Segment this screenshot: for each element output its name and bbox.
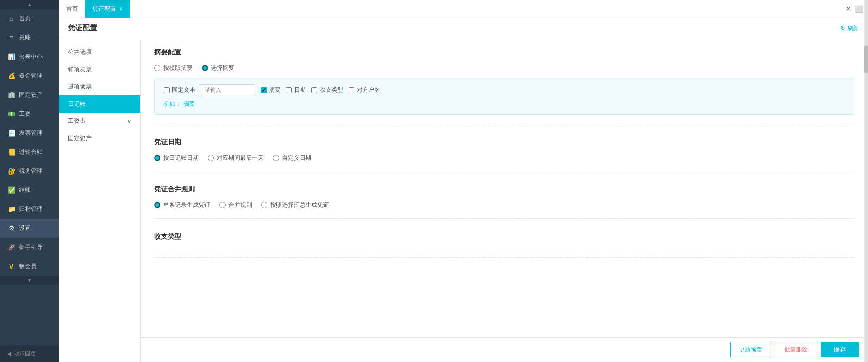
fixed-assets-icon: 🏢 [7,91,15,98]
checkbox-fixed-text[interactable]: 固定文本 [164,86,195,94]
batch-delete-button[interactable]: 批量删除 [776,342,816,357]
summary-radio-select-label: 选择摘要 [211,64,234,72]
sidebar-item-invoice-management[interactable]: 🧾 发票管理 [0,123,59,142]
sidebar-item-purchase-sales[interactable]: 📒 进销台账 [0,142,59,161]
tax-icon: 🔐 [7,167,15,175]
sidebar-label-checkout: 结账 [19,186,31,194]
tab-bar: 首页 凭证配置 ✕ ✕ ⬜ [59,0,868,18]
sidebar-item-report-center[interactable]: 📊 报表中心 [0,47,59,66]
left-nav-public-options[interactable]: 公共选项 [59,44,140,61]
voucher-date-radio-last-day-input[interactable] [208,155,214,161]
update-preview-label: 更新预置 [739,346,762,353]
close-window-icon[interactable]: ✕ [845,5,851,13]
summary-radio-select[interactable]: 选择摘要 [202,64,234,72]
sidebar-item-fund-management[interactable]: 💰 资金管理 [0,66,59,85]
sidebar-unpin-button[interactable]: ◀ 取消固定 [0,345,59,362]
page-title: 凭证配置 [68,24,97,33]
checkbox-income-type[interactable]: 收支类型 [311,86,343,94]
checkbox-summary[interactable]: 摘要 [261,86,281,94]
pin-icon: ◀ [7,351,11,357]
merge-radio-single-input[interactable] [154,202,160,208]
checkbox-counterparty-input[interactable] [349,87,354,93]
left-nav-payroll[interactable]: 工资表 ∨ [59,113,140,130]
fixed-text-input[interactable] [201,84,255,95]
sidebar-item-vip[interactable]: V 畅会员 [0,257,59,276]
scrollbar-thumb[interactable] [864,45,868,73]
checkbox-income-type-input[interactable] [311,87,317,93]
sidebar-label-purchase-sales: 进销台账 [19,148,43,156]
home-icon: ⌂ [7,15,15,22]
sidebar-scroll-down[interactable]: ▼ [0,276,59,285]
summary-radio-template-input[interactable] [154,65,160,71]
voucher-date-radio-last-day[interactable]: 对应期间最后一天 [208,154,264,162]
left-nav-label-sales-invoice: 销项发票 [68,65,92,73]
report-center-icon: 📊 [7,53,15,60]
voucher-date-radio-journal-input[interactable] [154,155,160,161]
sidebar-item-checkout[interactable]: ✅ 结账 [0,181,59,200]
summary-radio-select-input[interactable] [202,65,208,71]
sidebar-item-home[interactable]: ⌂ 首页 [0,9,59,28]
voucher-date-radio-custom-input[interactable] [273,155,279,161]
sidebar-item-tax-management[interactable]: 🔐 税务管理 [0,161,59,181]
refresh-icon: ↻ [840,25,845,32]
checkbox-counterparty-label: 对方户名 [357,86,380,94]
checkbox-counterparty[interactable]: 对方户名 [349,86,380,94]
salary-icon: 💵 [7,110,15,117]
checkbox-summary-input[interactable] [261,87,267,93]
sidebar-item-salary[interactable]: 💵 工资 [0,104,59,123]
refresh-label: 刷新 [847,24,859,33]
sidebar-label-report-center: 报表中心 [19,53,43,61]
purchase-sales-icon: 📒 [7,148,15,156]
sidebar-label-fund-management: 资金管理 [19,72,43,80]
refresh-button[interactable]: ↻ 刷新 [840,24,859,33]
merge-radio-merge[interactable]: 合并规则 [219,201,252,209]
merge-radio-merge-label: 合并规则 [228,201,252,209]
voucher-date-radio-custom[interactable]: 自定义日期 [273,154,311,162]
sidebar-item-archive[interactable]: 📁 归档管理 [0,200,59,219]
left-nav-sales-invoice[interactable]: 销项发票 [59,61,140,78]
tab-voucher-config[interactable]: 凭证配置 ✕ [85,0,130,18]
checkbox-date[interactable]: 日期 [286,86,306,94]
summary-radio-template[interactable]: 按模版摘要 [154,64,193,72]
sidebar-item-newbie[interactable]: 🚀 新手引导 [0,238,59,257]
sidebar-item-settings[interactable]: ⚙ 设置 [0,219,59,238]
checkbox-fixed-text-input[interactable] [164,87,170,93]
merge-radio-merge-input[interactable] [219,202,226,208]
merge-radio-single[interactable]: 单条记录生成凭证 [154,201,210,209]
left-nav: 公共选项 销项发票 进项发票 日记账 工资表 ∨ 固定资产 [59,39,141,362]
merge-radio-summary[interactable]: 按照选择汇总生成凭证 [261,201,329,209]
merge-radio-summary-input[interactable] [261,202,267,208]
summary-checkbox-row: 固定文本 摘要 日期 [164,84,845,95]
sidebar-scroll-up[interactable]: ▲ [0,0,59,9]
save-button[interactable]: 保存 [821,342,859,357]
left-nav-label-journal: 日记账 [68,100,86,108]
scrollbar-track[interactable] [864,0,868,362]
sidebar-label-archive: 归档管理 [19,205,43,213]
update-preview-button[interactable]: 更新预置 [730,342,771,357]
checkbox-date-input[interactable] [286,87,292,93]
voucher-date-radio-journal[interactable]: 按日记账日期 [154,154,199,162]
voucher-date-radio-custom-label: 自定义日期 [282,154,311,162]
sidebar: ▲ ⌂ 首页 ≡ 总账 📊 报表中心 💰 资金管理 🏢 固定资产 💵 工资 🧾 … [0,0,59,362]
left-nav-journal[interactable]: 日记账 [59,95,140,113]
tab-close-icon[interactable]: ✕ [119,6,123,12]
bottom-bar: 更新预置 批量删除 保存 [141,337,868,362]
left-nav-purchase-invoice[interactable]: 进项发票 [59,78,140,95]
sidebar-item-general-ledger[interactable]: ≡ 总账 [0,28,59,47]
expand-window-icon[interactable]: ⬜ [855,5,863,13]
checkbox-summary-label: 摘要 [269,86,281,94]
merge-radio-summary-label: 按照选择汇总生成凭证 [270,201,329,209]
tab-home[interactable]: 首页 [59,0,85,18]
chevron-down-icon: ∨ [127,118,131,124]
income-type-section: 收支类型 [154,232,854,258]
left-nav-label-fixed-assets: 固定资产 [68,134,92,142]
sidebar-item-fixed-assets[interactable]: 🏢 固定资产 [0,85,59,104]
content-area: 凭证配置 ↻ 刷新 公共选项 销项发票 进项发票 日记账 [59,18,868,362]
example-prefix: 例如： [164,100,181,107]
checkbox-date-label: 日期 [294,86,306,94]
save-label: 保存 [834,346,846,353]
left-nav-fixed-assets[interactable]: 固定资产 [59,130,140,147]
example-text: 例如： 摘要 [164,100,845,108]
income-type-title: 收支类型 [154,232,854,241]
merge-radio-single-label: 单条记录生成凭证 [163,201,210,209]
